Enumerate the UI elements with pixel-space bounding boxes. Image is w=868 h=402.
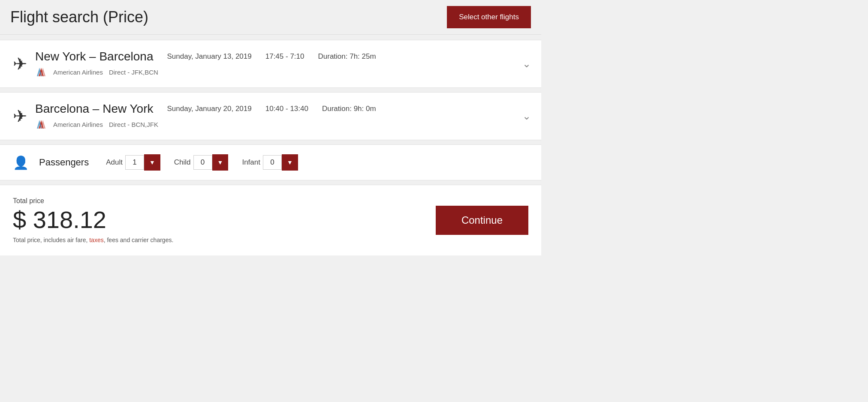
flight-duration-return: Duration: 9h: 0m [322, 105, 376, 113]
total-note-after: , fees and carrier charges. [104, 237, 174, 243]
infant-count: 0 [263, 155, 282, 170]
flight-info-outbound: New York – Barcelona Sunday, January 13,… [35, 50, 520, 78]
flight-route-code-outbound: Direct - JFK,BCN [109, 69, 158, 76]
expand-flight-outbound[interactable]: ⌄ [522, 58, 531, 70]
flight-card-return: ✈ Barcelona – New York Sunday, January 2… [0, 92, 541, 140]
infant-passenger-group: Infant 0 ▼ [242, 154, 298, 171]
airline-logo-outbound [35, 66, 47, 78]
flight-date-return: Sunday, January 20, 2019 [167, 105, 252, 113]
flight-time-outbound: 17:45 - 7:10 [265, 52, 304, 61]
total-section: Total price $ 318.12 Total price, includ… [0, 185, 541, 255]
infant-dropdown-button[interactable]: ▼ [282, 154, 298, 171]
plane-icon-return: ✈ [13, 106, 27, 126]
infant-label: Infant [242, 158, 260, 167]
adult-count: 1 [125, 155, 144, 170]
expand-flight-return[interactable]: ⌄ [522, 110, 531, 122]
flight-time-return: 10:40 - 13:40 [265, 105, 308, 113]
total-price-value: $ 318.12 [13, 207, 173, 233]
taxes-link[interactable]: taxes [89, 237, 103, 243]
adult-dropdown-button[interactable]: ▼ [144, 154, 160, 171]
flight-route-outbound: New York – Barcelona [35, 50, 154, 63]
total-note-before: Total price, includes air fare, [13, 237, 89, 243]
passengers-section: 👤 Passengers Adult 1 ▼ Child 0 ▼ Infant … [0, 144, 541, 180]
child-count: 0 [193, 155, 212, 170]
airline-name-outbound: American Airlines [53, 69, 103, 76]
adult-label: Adult [106, 158, 123, 167]
flight-top-return: Barcelona – New York Sunday, January 20,… [35, 102, 520, 116]
page-header: Flight search (Price) Select other fligh… [0, 0, 541, 35]
airline-name-return: American Airlines [53, 121, 103, 128]
flight-duration-outbound: Duration: 7h: 25m [318, 52, 376, 61]
page-title: Flight search (Price) [10, 8, 148, 26]
child-dropdown-button[interactable]: ▼ [212, 154, 229, 171]
flight-bottom-outbound: American Airlines Direct - JFK,BCN [35, 66, 520, 78]
child-label: Child [174, 158, 191, 167]
adult-passenger-group: Adult 1 ▼ [106, 154, 160, 171]
total-price-area: Total price $ 318.12 Total price, includ… [13, 197, 173, 243]
flight-date-outbound: Sunday, January 13, 2019 [167, 52, 252, 61]
continue-button[interactable]: Continue [436, 206, 528, 235]
flight-info-return: Barcelona – New York Sunday, January 20,… [35, 102, 520, 130]
select-other-flights-button[interactable]: Select other flights [447, 6, 531, 28]
passengers-label: Passengers [39, 157, 89, 168]
plane-icon-outbound: ✈ [13, 54, 27, 74]
total-price-label: Total price [13, 197, 173, 205]
airline-logo-return [35, 118, 47, 130]
flight-route-code-return: Direct - BCN,JFK [109, 121, 158, 128]
passengers-icon: 👤 [13, 155, 29, 170]
flight-card-outbound: ✈ New York – Barcelona Sunday, January 1… [0, 40, 541, 88]
flight-bottom-return: American Airlines Direct - BCN,JFK [35, 118, 520, 130]
flight-route-return: Barcelona – New York [35, 102, 154, 116]
flight-top-outbound: New York – Barcelona Sunday, January 13,… [35, 50, 520, 63]
child-passenger-group: Child 0 ▼ [174, 154, 229, 171]
total-price-note: Total price, includes air fare, taxes, f… [13, 237, 173, 243]
